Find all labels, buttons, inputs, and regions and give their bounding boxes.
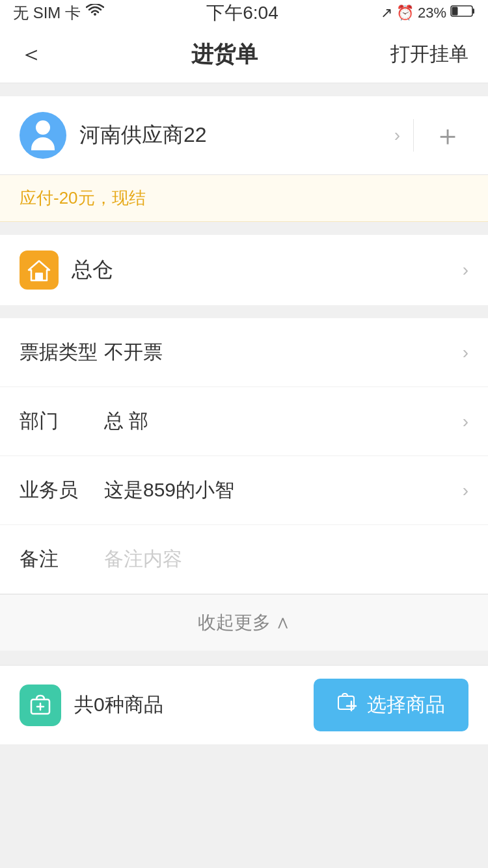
- section-gap-4: [0, 651, 488, 664]
- carrier-label: 无 SIM 卡: [13, 3, 81, 23]
- time-label: 下午6:04: [206, 1, 278, 25]
- dept-label: 部门: [20, 408, 98, 435]
- supplier-name: 河南供应商22: [79, 121, 394, 150]
- person-body: [31, 137, 55, 150]
- select-product-label: 选择商品: [367, 692, 445, 718]
- notice-banner: 应付-20元，现结: [0, 175, 488, 222]
- ticket-type-value: 不开票: [104, 339, 463, 366]
- battery-icon: [450, 5, 475, 21]
- select-product-icon: [337, 692, 360, 718]
- dept-chevron-icon: ›: [463, 411, 468, 432]
- ticket-type-chevron-icon: ›: [463, 342, 468, 363]
- page-background: [0, 744, 488, 868]
- supplier-divider: [413, 119, 414, 152]
- notice-text: 应付-20元，现结: [20, 188, 146, 208]
- sales-value: 这是859的小智: [104, 477, 463, 504]
- supplier-row[interactable]: 河南供应商22 › ＋: [0, 96, 488, 175]
- section-gap-1: [0, 83, 488, 96]
- battery-label: 23%: [418, 5, 446, 21]
- location-icon: ↗: [381, 5, 392, 21]
- product-count-label: 共0种商品: [74, 692, 314, 718]
- warehouse-name: 总仓: [72, 256, 463, 284]
- page-title: 进货单: [191, 40, 258, 70]
- ticket-type-label: 票据类型: [20, 339, 98, 366]
- status-left: 无 SIM 卡: [13, 3, 104, 23]
- dept-value: 总 部: [104, 408, 463, 435]
- warehouse-icon: [20, 251, 59, 290]
- note-label: 备注: [20, 546, 98, 573]
- svg-rect-4: [35, 273, 43, 280]
- section-gap-3: [0, 305, 488, 318]
- section-gap-2: [0, 222, 488, 235]
- note-row[interactable]: 备注 备注内容: [0, 525, 488, 594]
- status-right: ↗ ⏰ 23%: [381, 5, 475, 21]
- dept-row[interactable]: 部门 总 部 ›: [0, 387, 488, 456]
- svg-rect-1: [472, 8, 474, 14]
- warehouse-row[interactable]: 总仓 ›: [0, 235, 488, 305]
- note-placeholder[interactable]: 备注内容: [104, 546, 468, 573]
- ticket-type-row[interactable]: 票据类型 不开票 ›: [0, 318, 488, 387]
- alarm-icon: ⏰: [396, 5, 414, 21]
- warehouse-chevron-icon: ›: [463, 260, 468, 280]
- svg-rect-2: [452, 7, 458, 16]
- product-cart-icon: [20, 685, 61, 726]
- supplier-chevron-icon: ›: [394, 125, 400, 146]
- select-product-button[interactable]: 选择商品: [314, 679, 468, 731]
- supplier-avatar: [20, 112, 66, 159]
- add-supplier-button[interactable]: ＋: [427, 116, 468, 155]
- person-head: [36, 120, 50, 135]
- sales-chevron-icon: ›: [463, 480, 468, 501]
- sales-label: 业务员: [20, 477, 98, 504]
- avatar-icon: [31, 120, 55, 150]
- open-pending-button[interactable]: 打开挂单: [390, 41, 468, 68]
- bottom-bar: 共0种商品 选择商品: [0, 665, 488, 744]
- sales-row[interactable]: 业务员 这是859的小智 ›: [0, 456, 488, 525]
- collapse-button[interactable]: 收起更多 ∧: [0, 594, 488, 651]
- supplier-section: 河南供应商22 › ＋ 应付-20元，现结: [0, 96, 488, 222]
- form-section: 票据类型 不开票 › 部门 总 部 › 业务员 这是859的小智 › 备注 备注…: [0, 318, 488, 651]
- back-button[interactable]: ＜: [20, 38, 59, 70]
- warehouse-section: 总仓 ›: [0, 235, 488, 305]
- wifi-icon: [86, 4, 104, 22]
- status-bar: 无 SIM 卡 下午6:04 ↗ ⏰ 23%: [0, 0, 488, 26]
- nav-bar: ＜ 进货单 打开挂单: [0, 26, 488, 83]
